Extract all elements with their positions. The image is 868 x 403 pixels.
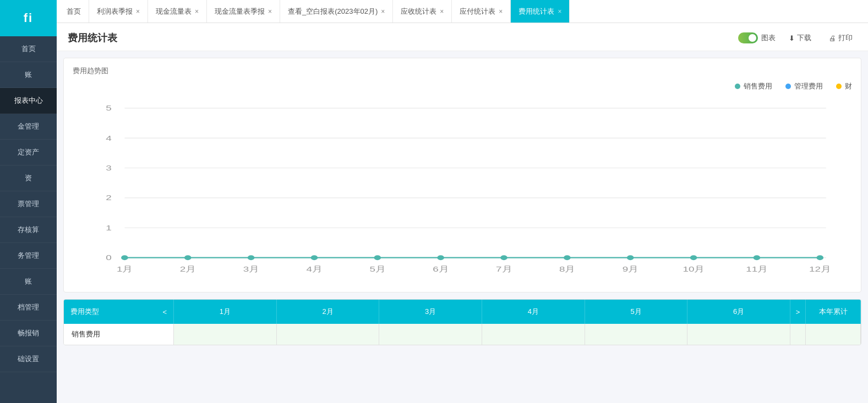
tab-receivable[interactable]: 应收统计表 × [393,0,452,23]
download-icon: ⬇ [789,34,795,42]
table-header-month1: 1月 [174,300,277,324]
svg-text:7月: 7月 [496,264,512,273]
sidebar-item-archive[interactable]: 档管理 [0,295,57,321]
table-header-month2: 2月 [277,300,380,324]
legend-finance: 财 [836,81,852,91]
svg-text:11月: 11月 [746,264,767,273]
chart-toggle[interactable] [738,32,758,43]
sidebar-item-investment[interactable]: 资 [0,165,57,191]
table-body: 销售费用 [64,324,861,345]
logo: fi [0,0,57,36]
tab-close-cashflow-quarter[interactable]: × [268,8,272,15]
table-header-month4: 4月 [482,300,585,324]
svg-point-27 [311,255,318,260]
tab-close-receivable[interactable]: × [440,8,444,15]
svg-text:9月: 9月 [623,264,638,273]
tab-close-expense-stats[interactable]: × [558,8,561,15]
table-nav-prev-icon[interactable]: < [162,308,167,316]
download-button[interactable]: ⬇ 下载 [784,31,816,45]
tab-cashflow[interactable]: 现金流量表 × [148,0,207,23]
data-table: 费用类型 < 1月 2月 3月 4月 5月 6月 > 本年累计 销售费用 [63,299,861,345]
tab-close-cashflow[interactable]: × [195,8,199,15]
svg-text:5月: 5月 [369,264,385,273]
table-header-month6: 6月 [687,300,790,324]
table-header-month5: 5月 [585,300,688,324]
tab-profit-quarter[interactable]: 利润表季报 × [89,0,148,23]
sidebar-item-inventory[interactable]: 存核算 [0,217,57,243]
sidebar-item-services[interactable]: 务管理 [0,243,57,269]
svg-point-29 [437,255,444,260]
svg-text:2月: 2月 [180,264,196,273]
sidebar: fi 首页 账 报表中心 金管理 定资产 资 票管理 存核算 务管理 账 档管理… [0,0,57,403]
row-nav-spacer [790,324,806,345]
svg-text:4: 4 [106,134,112,142]
main-area: 首页 利润表季报 × 现金流量表 × 现金流量表季报 × 查看_空白报表(202… [57,0,868,403]
svg-text:1: 1 [106,223,112,231]
svg-point-24 [121,255,128,260]
sidebar-item-account[interactable]: 账 [0,62,57,88]
svg-point-28 [374,255,381,260]
svg-point-34 [754,255,761,260]
sidebar-item-ledger[interactable]: 账 [0,269,57,295]
tab-blank-report[interactable]: 查看_空白报表(2023年02月) × [280,0,393,23]
chart-toggle-label: 图表 [761,33,776,43]
svg-text:3: 3 [106,164,112,172]
table-header: 费用类型 < 1月 2月 3月 4月 5月 6月 > 本年累计 [64,300,861,324]
tab-home[interactable]: 首页 [59,0,89,23]
svg-point-35 [816,255,823,260]
header-actions: 图表 ⬇ 下载 🖨 打印 [738,31,857,45]
svg-text:1月: 1月 [117,264,133,273]
sidebar-item-cash[interactable]: 金管理 [0,114,57,140]
row-month1 [174,324,277,345]
svg-point-25 [184,255,192,260]
table-row: 销售费用 [64,324,861,345]
page-header: 费用统计表 图表 ⬇ 下载 🖨 打印 [57,23,868,51]
table-header-month3: 3月 [379,300,482,324]
row-month5 [585,324,688,345]
sidebar-item-settings[interactable]: 础设置 [0,346,57,372]
svg-text:4月: 4月 [307,264,323,273]
tab-cashflow-quarter[interactable]: 现金流量表季报 × [207,0,280,23]
sidebar-item-expense[interactable]: 畅报销 [0,321,57,346]
svg-text:10月: 10月 [683,264,704,273]
svg-point-31 [564,255,571,260]
tab-close-profit-quarter[interactable]: × [136,8,140,15]
tab-bar: 首页 利润表季报 × 现金流量表 × 现金流量表季报 × 查看_空白报表(202… [57,0,868,23]
legend-dot-sales [735,84,740,89]
legend-admin: 管理费用 [785,81,823,91]
svg-text:8月: 8月 [559,264,575,273]
tab-expense-stats[interactable]: 费用统计表 × [511,0,570,23]
svg-text:2: 2 [106,194,112,202]
svg-point-32 [627,255,634,260]
print-button[interactable]: 🖨 打印 [825,31,857,45]
content-area: 费用统计表 图表 ⬇ 下载 🖨 打印 费用趋势图 [57,23,868,403]
page-title: 费用统计表 [68,31,117,45]
row-total [806,324,861,345]
sidebar-item-reports[interactable]: 报表中心 [0,88,57,114]
sidebar-item-home[interactable]: 首页 [0,36,57,62]
sidebar-item-assets[interactable]: 定资产 [0,140,57,165]
svg-point-26 [248,255,255,260]
table-nav-next[interactable]: > [790,300,806,324]
chart-toggle-wrapper: 图表 [738,32,776,43]
tab-payable[interactable]: 应付统计表 × [452,0,511,23]
tab-close-blank-report[interactable]: × [381,8,385,15]
sidebar-item-tickets[interactable]: 票管理 [0,191,57,217]
tab-close-payable[interactable]: × [499,8,503,15]
row-month3 [379,324,482,345]
svg-text:12月: 12月 [809,264,831,273]
legend-dot-admin [785,84,791,89]
legend-dot-finance [836,84,842,89]
print-icon: 🖨 [829,34,836,42]
legend-sales: 销售费用 [735,81,772,91]
svg-point-30 [500,255,507,260]
svg-text:0: 0 [106,253,112,262]
line-chart: 5 4 3 2 1 0 1月 [73,96,852,283]
svg-text:3月: 3月 [243,264,259,273]
table-header-total: 本年累计 [806,300,861,324]
row-month6 [687,324,790,345]
svg-text:5: 5 [106,104,112,112]
row-month4 [482,324,585,345]
row-month2 [277,324,380,345]
chart-legend: 销售费用 管理费用 财 [73,81,852,91]
